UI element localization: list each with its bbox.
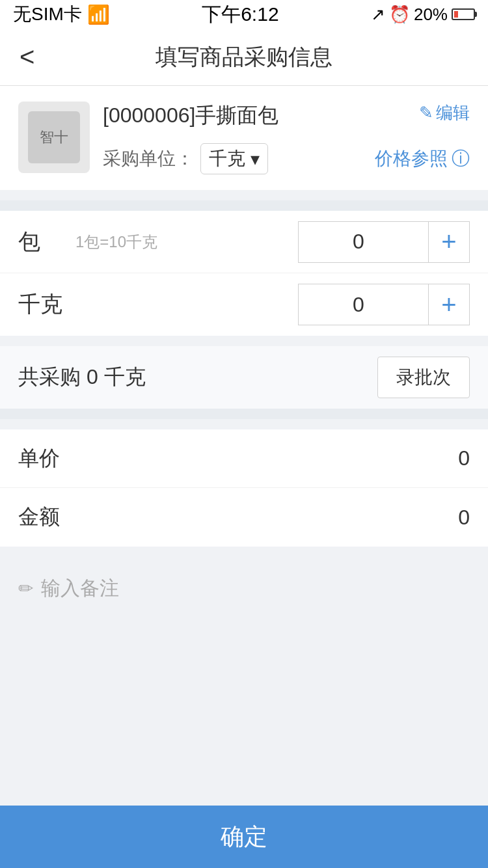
amount-label: 金额 [18, 503, 60, 532]
product-card: 智十 [0000006]手撕面包 ✎ 编辑 采购单位： 千克 ▾ 价格参照 ⓘ [0, 86, 488, 190]
alarm-icon: ⏰ [389, 5, 410, 25]
battery-icon [452, 8, 475, 20]
section-divider-1 [0, 200, 488, 211]
kg-label: 千克 [18, 290, 70, 319]
kg-input-row: 千克 + [0, 273, 488, 336]
total-row: 共采购 0 千克 录批次 [0, 346, 488, 409]
product-image: 智十 [18, 102, 90, 173]
product-logo: 智十 [28, 111, 80, 163]
status-right: ↗ ⏰ 20% [371, 5, 475, 25]
bag-plus-button[interactable]: + [428, 221, 470, 263]
amount-row: 金额 0 [0, 488, 488, 547]
unit-price-label: 单价 [18, 444, 60, 473]
battery-percent: 20% [414, 5, 448, 25]
status-left: 无SIM卡 📶 [13, 2, 110, 27]
total-section: 共采购 0 千克 录批次 [0, 346, 488, 409]
unit-row-left: 采购单位： 千克 ▾ [103, 143, 268, 174]
product-info: [0000006]手撕面包 ✎ 编辑 采购单位： 千克 ▾ 价格参照 ⓘ [103, 102, 470, 174]
kg-input-controls: + [298, 284, 470, 325]
wifi-icon: 📶 [87, 4, 110, 25]
record-batch-button[interactable]: 录批次 [377, 357, 470, 398]
location-icon: ↗ [371, 5, 385, 25]
bag-label: 包 [18, 227, 70, 257]
unit-label: 采购单位： [103, 146, 194, 171]
help-icon: ⓘ [452, 146, 470, 171]
kg-quantity-input[interactable] [298, 284, 428, 325]
price-section: 单价 0 金额 0 [0, 429, 488, 547]
status-bar: 无SIM卡 📶 下午6:12 ↗ ⏰ 20% [0, 0, 488, 29]
confirm-button[interactable]: 确定 [0, 806, 488, 868]
edit-button[interactable]: ✎ 编辑 [419, 102, 470, 124]
edit-icon: ✎ [419, 103, 433, 123]
bag-sub-label: 1包=10千克 [75, 232, 298, 252]
total-label: 共采购 0 千克 [18, 363, 146, 392]
price-ref-button[interactable]: 价格参照 ⓘ [375, 146, 470, 171]
bag-quantity-input[interactable] [298, 221, 428, 263]
product-name: [0000006]手撕面包 [103, 102, 278, 130]
kg-plus-button[interactable]: + [428, 284, 470, 325]
unit-select[interactable]: 千克 ▾ [200, 143, 268, 174]
unit-price-row: 单价 0 [0, 429, 488, 488]
pencil-icon: ✏ [18, 578, 33, 599]
back-button[interactable]: < [13, 36, 41, 78]
status-time: 下午6:12 [202, 1, 278, 28]
notes-placeholder-text: 输入备注 [41, 575, 119, 602]
section-divider-2 [0, 409, 488, 419]
bag-input-controls: + [298, 221, 470, 263]
chevron-down-icon: ▾ [251, 148, 260, 170]
product-header: [0000006]手撕面包 ✎ 编辑 [103, 102, 470, 130]
carrier-label: 无SIM卡 [13, 2, 82, 27]
amount-value: 0 [458, 506, 470, 530]
nav-bar: < 填写商品采购信息 [0, 29, 488, 86]
bag-input-row: 包 1包=10千克 + [0, 211, 488, 273]
product-unit-row: 采购单位： 千克 ▾ 价格参照 ⓘ [103, 143, 470, 174]
page-title: 填写商品采购信息 [156, 42, 332, 72]
notes-placeholder: ✏ 输入备注 [18, 575, 470, 602]
input-section: 包 1包=10千克 + 千克 + [0, 211, 488, 336]
bottom-padding [0, 687, 488, 752]
notes-section[interactable]: ✏ 输入备注 [0, 557, 488, 687]
unit-price-value: 0 [458, 446, 470, 470]
